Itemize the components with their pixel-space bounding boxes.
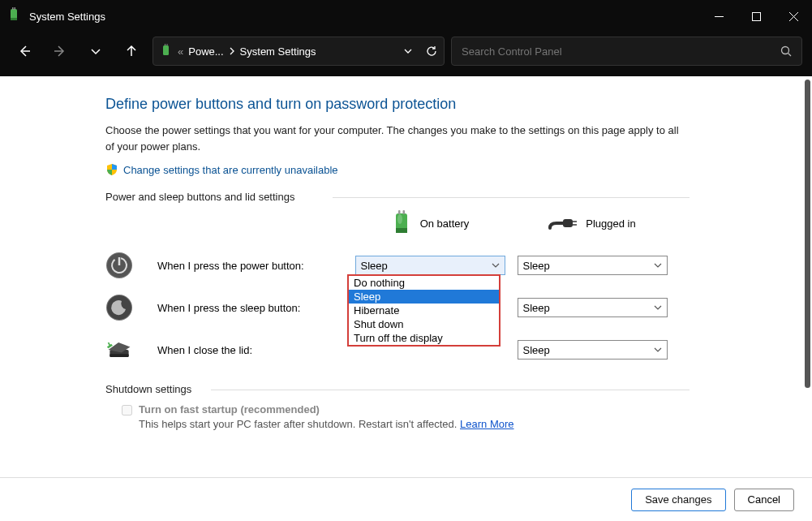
chevron-down-icon [654, 346, 662, 354]
fast-startup-checkbox[interactable] [122, 405, 132, 416]
close-button[interactable] [775, 0, 812, 32]
footer: Save changes Cancel [0, 477, 812, 521]
svg-rect-16 [396, 228, 407, 233]
row-lid-label: When I close the lid: [154, 344, 349, 356]
svg-rect-10 [163, 45, 169, 55]
app-icon [6, 7, 21, 25]
svg-rect-18 [402, 210, 405, 214]
dropdown-power-battery[interactable]: Sleep [355, 256, 505, 275]
history-dropdown-button[interactable] [81, 37, 110, 66]
forward-button[interactable] [45, 37, 75, 66]
svg-rect-12 [167, 44, 168, 45]
svg-rect-3 [11, 18, 17, 20]
power-button-icon [105, 252, 133, 279]
dropdown-power-plugged-value: Sleep [523, 260, 550, 272]
option-turn-off-display[interactable]: Turn off the display [349, 331, 499, 345]
svg-rect-30 [110, 355, 128, 358]
dropdown-sleep-plugged-value: Sleep [523, 302, 550, 314]
svg-line-14 [788, 54, 792, 57]
svg-rect-20 [563, 219, 573, 227]
dropdown-power-battery-list: Do nothing Sleep Hibernate Shut down Tur… [347, 274, 501, 347]
breadcrumb-prefix: « [178, 45, 183, 58]
section-shutdown: Shutdown settings [105, 383, 690, 395]
dropdown-power-battery-value: Sleep [361, 260, 388, 272]
svg-rect-11 [165, 44, 165, 45]
fast-startup-desc: This helps start your PC faster after sh… [139, 418, 514, 430]
shield-icon [105, 163, 118, 176]
refresh-icon[interactable] [426, 45, 437, 57]
breadcrumb-2[interactable]: System Settings [240, 45, 316, 58]
minimize-button[interactable] [700, 0, 737, 32]
col-battery-label: On battery [420, 217, 470, 230]
breadcrumb-1[interactable]: Powe... [188, 45, 223, 58]
column-plugged-in: Plugged in [511, 215, 673, 231]
learn-more-link[interactable]: Learn More [460, 418, 513, 430]
dropdown-lid-plugged-value: Sleep [523, 344, 550, 356]
fast-startup-label: Turn on fast startup (recommended) [139, 403, 514, 416]
option-shut-down[interactable]: Shut down [349, 317, 499, 331]
maximize-button[interactable] [737, 0, 775, 32]
window-title: System Settings [29, 11, 700, 23]
svg-rect-5 [752, 12, 760, 20]
svg-point-13 [782, 47, 789, 54]
svg-rect-2 [15, 7, 16, 10]
change-settings-link[interactable]: Change settings that are currently unava… [123, 164, 338, 176]
scrollbar[interactable] [805, 80, 810, 388]
sleep-button-icon [105, 294, 133, 321]
titlebar: System Settings [0, 0, 812, 32]
page-title: Define power buttons and turn on passwor… [105, 96, 690, 113]
chevron-down-icon [654, 304, 662, 312]
column-on-battery: On battery [349, 209, 511, 237]
option-hibernate[interactable]: Hibernate [349, 304, 499, 317]
search-bar[interactable] [451, 37, 802, 66]
lid-icon [105, 336, 133, 364]
toolbar: « Powe... System Settings [0, 32, 812, 76]
section-power-sleep: Power and sleep buttons and lid settings [105, 191, 690, 203]
row-sleep-label: When I press the sleep button: [154, 302, 349, 314]
battery-large-icon [391, 209, 412, 237]
back-button[interactable] [10, 37, 39, 66]
option-do-nothing[interactable]: Do nothing [349, 276, 499, 290]
chevron-down-icon[interactable] [403, 46, 413, 56]
page-description: Choose the power settings that you want … [105, 123, 690, 155]
svg-rect-1 [12, 7, 14, 10]
chevron-down-icon [654, 261, 662, 269]
col-plugged-label: Plugged in [586, 217, 635, 230]
search-input[interactable] [462, 45, 780, 58]
option-sleep[interactable]: Sleep [349, 290, 499, 304]
battery-icon [160, 44, 173, 58]
row-power-label: When I press the power button: [154, 260, 349, 272]
cancel-button[interactable]: Cancel [734, 489, 794, 511]
content-area: Define power buttons and turn on passwor… [0, 76, 812, 521]
search-icon [780, 45, 792, 57]
dropdown-sleep-plugged[interactable]: Sleep [518, 298, 668, 317]
chevron-right-icon [229, 47, 235, 55]
dropdown-lid-plugged[interactable]: Sleep [518, 340, 668, 360]
svg-rect-17 [398, 210, 401, 214]
chevron-down-icon [492, 261, 500, 269]
save-button[interactable]: Save changes [631, 489, 725, 511]
dropdown-power-plugged[interactable]: Sleep [518, 256, 668, 275]
up-button[interactable] [117, 37, 146, 66]
svg-point-19 [397, 214, 402, 224]
address-bar[interactable]: « Powe... System Settings [153, 37, 445, 66]
plug-icon [548, 215, 578, 231]
